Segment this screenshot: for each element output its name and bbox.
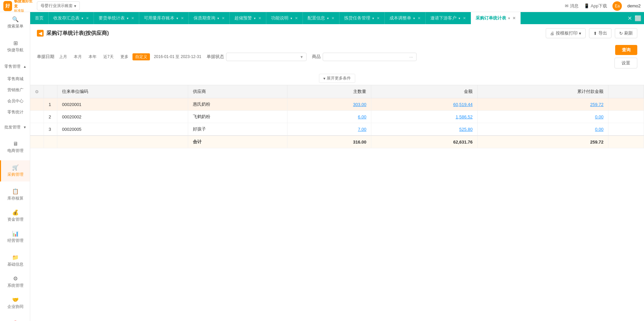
- tab-close-icon[interactable]: ✕: [463, 16, 466, 20]
- date-more[interactable]: 更多: [118, 53, 131, 60]
- table-footer: 合计 316.00 62,631.76 259.72: [30, 136, 644, 148]
- sidebar-item-label: 采购管理: [7, 172, 23, 177]
- sidebar-item-newbie[interactable]: 🎯 新手引导: [0, 316, 30, 321]
- tab-close-icon[interactable]: ✕: [513, 16, 516, 20]
- sidebar-item-inventory[interactable]: 📋 库存核算: [0, 184, 30, 205]
- date-custom-badge[interactable]: 自定义: [132, 53, 150, 60]
- cell-index: 3: [44, 123, 57, 136]
- cell-amount[interactable]: 525.80: [371, 123, 478, 136]
- workspace-selector[interactable]: 母婴行业演示账套 ▾: [37, 1, 80, 10]
- cell-paid[interactable]: 0.00: [478, 123, 608, 136]
- tab-label: 保质期查询: [194, 15, 215, 21]
- cell-paid[interactable]: 259.72: [478, 98, 608, 111]
- tab-config[interactable]: 配置信息 ▾ ✕: [303, 12, 339, 24]
- query-button[interactable]: 查询: [615, 45, 637, 55]
- sidebar-item-enterprise[interactable]: 🤝 企业协同: [0, 292, 30, 314]
- sidebar-item-finance[interactable]: 💰 资金管理: [0, 205, 30, 226]
- sidebar-item-marketing[interactable]: 营销推广: [0, 85, 30, 96]
- message-button[interactable]: ✉ 消息: [565, 3, 579, 9]
- app-download-button[interactable]: 📱 App下载: [584, 3, 607, 9]
- cell-quantity[interactable]: 303.00: [287, 98, 371, 111]
- date-last-7-days[interactable]: 近7天: [101, 53, 116, 60]
- th-quantity[interactable]: 主数量: [287, 85, 371, 98]
- tab-close-icon[interactable]: ✕: [377, 16, 380, 20]
- tab-close-icon[interactable]: ✕: [418, 16, 421, 20]
- date-label: 单据日期: [37, 54, 54, 60]
- ellipsis-icon[interactable]: ···: [409, 54, 413, 59]
- th-paid[interactable]: 累计付款金额: [478, 85, 608, 98]
- cell-quantity[interactable]: 6.00: [287, 111, 371, 123]
- avatar[interactable]: Ea: [612, 1, 622, 11]
- sidebar-item-system[interactable]: ⚙ 系统管理: [0, 271, 30, 292]
- date-this-month[interactable]: 本月: [71, 53, 85, 60]
- footer-quantity: 316.00: [287, 136, 371, 148]
- th-amount[interactable]: 金额: [371, 85, 478, 98]
- sidebar-item-label: 快捷导航: [7, 47, 23, 53]
- tab-home[interactable]: 首页: [30, 12, 49, 24]
- user-avatar-text: Ea: [615, 4, 620, 8]
- tab-close-icon[interactable]: ✕: [258, 16, 261, 20]
- sidebar-item-retail[interactable]: 零售管理 ▲: [0, 60, 30, 73]
- tab-close-icon[interactable]: ✕: [86, 16, 89, 20]
- tab-cost-adjust[interactable]: 成本调整单 ▾ ✕: [385, 12, 426, 24]
- tab-available[interactable]: 可用量库存账本 ▾ ✕: [139, 12, 189, 24]
- table-area: ⚙ 往来单位编码 供应商 主数量 金额 累计付款金额: [30, 85, 644, 321]
- chevron-down-icon: ▾: [217, 16, 219, 20]
- tab-overstock[interactable]: 超储预警 ▾ ✕: [230, 12, 266, 24]
- export-button[interactable]: ⬆ 导出: [589, 28, 611, 38]
- expand-more-area: ▾ 展开更多条件: [37, 72, 637, 85]
- tab-close-icon[interactable]: ✕: [295, 16, 298, 20]
- th-unit-code[interactable]: 往来单位编码: [57, 85, 188, 98]
- page-title-row: ◀ 采购订单统计表(按供应商) 🖨 按模板打印 ▾ ⬆ 导出: [37, 28, 637, 38]
- tab-close-icon[interactable]: ✕: [181, 16, 184, 20]
- tab-expiry[interactable]: 保质期查询 ▾ ✕: [189, 12, 230, 24]
- sidebar-item-label: 库存核算: [7, 196, 23, 201]
- date-last-month[interactable]: 上月: [56, 53, 70, 60]
- sidebar-item-search[interactable]: 🔍 搜索菜单: [0, 12, 30, 33]
- settings-button[interactable]: 设置: [614, 58, 637, 68]
- tab-function[interactable]: 功能说明 ▾ ✕: [266, 12, 303, 24]
- close-all-button[interactable]: ✕: [628, 15, 632, 21]
- filter-dates: 上月 本月 本年 近7天 更多 自定义: [56, 53, 150, 60]
- sidebar-item-retail-stat[interactable]: 零售统计: [0, 107, 30, 118]
- status-select[interactable]: ▾: [226, 53, 307, 61]
- tab-close-icon[interactable]: ✕: [222, 16, 225, 20]
- chevron-down-icon: ▲: [23, 65, 26, 68]
- cell-paid[interactable]: 0.00: [478, 111, 608, 123]
- tab-label: 要货单统计表: [99, 15, 125, 21]
- sidebar-item-operations[interactable]: 📊 经营管理: [0, 226, 30, 248]
- tab-close-icon[interactable]: ✕: [131, 16, 134, 20]
- expand-more-button[interactable]: ▾ 展开更多条件: [319, 74, 355, 83]
- date-this-year[interactable]: 本年: [86, 53, 99, 60]
- maximize-button[interactable]: ⬜: [635, 15, 641, 21]
- download-icon: 📱: [584, 3, 589, 8]
- footer-empty2: [44, 136, 57, 148]
- sidebar-item-wholesale[interactable]: 批发管理 ▼: [0, 120, 30, 134]
- tab-purchase-summary[interactable]: 采购订单统计表 ▾ ✕: [471, 12, 521, 24]
- sidebar-item-label: 经营管理: [7, 238, 23, 244]
- settings-icon[interactable]: ⚙: [35, 89, 39, 94]
- tab-receive-send[interactable]: 收发存汇总表 ▾ ✕: [49, 12, 94, 24]
- tab-demand[interactable]: 要货单统计表 ▾ ✕: [94, 12, 139, 24]
- sidebar-item-members[interactable]: 会员中心: [0, 96, 30, 107]
- th-empty: [608, 85, 644, 98]
- inventory-icon: 📋: [12, 188, 19, 195]
- sidebar-item-purchase[interactable]: 🛒 采购管理: [0, 160, 30, 181]
- goods-input[interactable]: ···: [323, 53, 417, 61]
- cell-quantity[interactable]: 7.00: [287, 123, 371, 136]
- cell-empty: [608, 111, 644, 123]
- sidebar-item-basic[interactable]: 📁 基础信息: [0, 250, 30, 271]
- th-supplier[interactable]: 供应商: [188, 85, 287, 98]
- sidebar-item-nav[interactable]: ⊞ 快捷导航: [0, 36, 30, 57]
- sidebar-item-retail-shop[interactable]: 零售商城: [0, 73, 30, 85]
- tab-invite[interactable]: 邀请下游客户 ▾ ✕: [426, 12, 471, 24]
- sidebar-item-ecommerce[interactable]: 🖥 电商管理: [0, 137, 30, 158]
- template-print-button[interactable]: 🖨 按模板打印 ▾: [546, 28, 586, 38]
- collapse-arrow[interactable]: ◀: [37, 30, 44, 37]
- cell-amount[interactable]: 1,586.52: [371, 111, 478, 123]
- cell-amount[interactable]: 60,519.44: [371, 98, 478, 111]
- table-row: 2 00020002 飞鹤奶粉 6.00 1,586.52 0.00: [30, 111, 644, 123]
- tab-picking[interactable]: 拣货任务管理 ▾ ✕: [339, 12, 385, 24]
- refresh-button[interactable]: ↻ 刷新: [615, 28, 637, 38]
- tab-close-icon[interactable]: ✕: [331, 16, 334, 20]
